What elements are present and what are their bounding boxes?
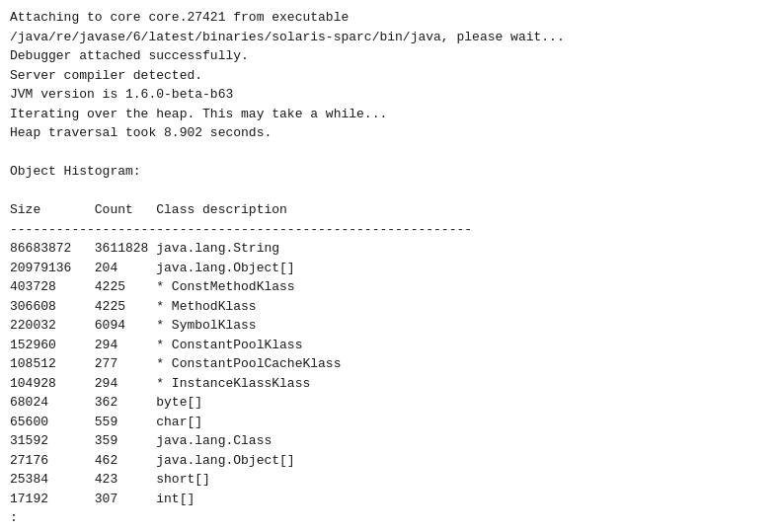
terminal-output: Attaching to core core.27421 from execut… (10, 8, 768, 528)
